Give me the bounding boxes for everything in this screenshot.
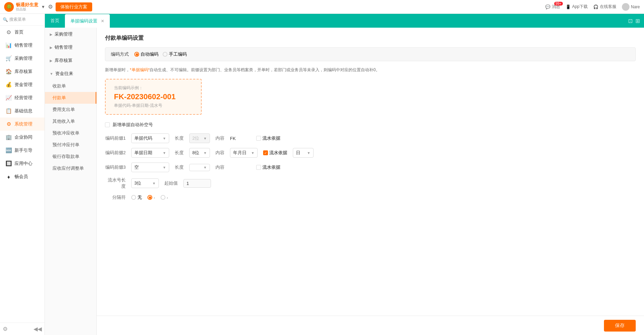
serial-select[interactable]: 3位 ▼: [131, 178, 159, 188]
sidebar-item-guide[interactable]: 🆕 新手引导: [0, 144, 45, 157]
tab-maximize-icon[interactable]: ⊞: [635, 18, 640, 24]
base-icon: 📋: [6, 108, 12, 114]
prefix2-label: 编码前缀2: [105, 150, 126, 156]
liushui2-checkbox[interactable]: ✓ 流水依据: [263, 150, 287, 156]
auto-encode-circle: [134, 52, 139, 57]
liushui2-select[interactable]: 日 ▼: [293, 148, 314, 158]
content1-value: FK: [230, 136, 251, 141]
length2-value: 8位: [192, 150, 199, 156]
length3-arrow: ▼: [203, 166, 207, 169]
sub-header-sales[interactable]: ▶ 销售管理: [45, 41, 96, 54]
tab-bar-right: ⊡ ⊞: [628, 18, 644, 24]
sidebar-item-member[interactable]: ♦ 畅会员: [0, 170, 45, 183]
sidebar-item-enterprise[interactable]: 🏢 企业协同: [0, 131, 45, 144]
separator-row: 分隔符 无 · ·: [105, 194, 636, 201]
liushui2-tick: ✓: [263, 150, 268, 155]
length2-select[interactable]: 8位 ▼: [189, 148, 210, 158]
sidebar-item-inventory[interactable]: 🏠 库存核算: [0, 65, 45, 78]
user-name: Nare: [631, 4, 640, 9]
sub-item-bank-deposit[interactable]: 银行存取款单: [45, 151, 96, 162]
sub-header-inventory[interactable]: ▶ 库存核算: [45, 54, 96, 67]
liushui3-tick: [256, 165, 261, 170]
sep-none-radio[interactable]: 无: [131, 194, 142, 201]
gear-icon[interactable]: ⚙: [48, 3, 53, 10]
sidebar-item-finance[interactable]: 💰 资金管理: [0, 78, 45, 91]
user-item[interactable]: Nare: [622, 3, 640, 11]
tab-home-label: 首页: [50, 18, 59, 24]
sidebar-item-system-label: 系统管理: [15, 121, 32, 127]
settings-icon[interactable]: ⚙: [3, 326, 8, 332]
sidebar-item-purchase[interactable]: 🛒 采购管理: [0, 52, 45, 65]
tab-minimize-icon[interactable]: ⊡: [628, 18, 633, 24]
sub-item-payment[interactable]: 付款单: [45, 92, 96, 104]
topbar-left: 🍀 畅通好生意 括品版 ▼ ⚙ 体验行业方案: [4, 2, 92, 12]
brand-icon: 🍀: [4, 2, 14, 12]
sub-header-finance[interactable]: ▼ 资金往来: [45, 67, 96, 80]
sep-dash-circle: [161, 195, 165, 200]
preview-label: 当前编码示例：: [114, 85, 193, 91]
sub-item-other-income[interactable]: 其他收入单: [45, 115, 96, 127]
save-button[interactable]: 保存: [604, 320, 636, 332]
service-label: 在线客服: [600, 4, 616, 10]
app-download-item[interactable]: 📱 App下载: [566, 4, 588, 10]
sub-sidebar: ▶ 采购管理 ▶ 销售管理 ▶ 库存核算: [45, 28, 97, 335]
message-item[interactable]: 💬 消息 99+: [545, 4, 560, 10]
tab-close-icon[interactable]: ✕: [101, 19, 104, 24]
manual-encode-circle: [163, 52, 167, 57]
length1-select[interactable]: 2位 ▼: [189, 133, 210, 143]
auto-complete-row: 新增单据自动补空号: [105, 122, 636, 128]
sidebar-search[interactable]: 🔍 搜索菜单: [0, 14, 45, 26]
sidebar-item-enterprise-label: 企业协同: [15, 134, 32, 140]
liushui1-tick: [256, 136, 261, 141]
auto-complete-checkbox[interactable]: [105, 122, 110, 127]
liushui3-checkbox[interactable]: 流水依据: [256, 164, 280, 170]
sub-group-sales: ▶ 销售管理: [45, 41, 96, 54]
sub-header-purchase-label: 采购管理: [55, 31, 73, 37]
sep-none-label: 无: [137, 194, 142, 201]
sub-header-purchase[interactable]: ▶ 采购管理: [45, 28, 96, 41]
sep-dot-radio[interactable]: ·: [147, 195, 155, 200]
service-item[interactable]: 🎧 在线客服: [593, 4, 616, 10]
sub-item-pre-collect[interactable]: 预收冲应收单: [45, 127, 96, 139]
prefix1-select[interactable]: 单据代码 ▼: [131, 133, 169, 143]
sidebar-item-operation[interactable]: 📈 经营管理: [0, 91, 45, 104]
sub-item-expense[interactable]: 费用支出单: [45, 104, 96, 115]
tab-home[interactable]: 首页: [45, 14, 65, 28]
length3-label: 长度: [175, 164, 184, 170]
prefix3-select[interactable]: 空 ▼: [131, 162, 169, 172]
home-icon: ⊙: [6, 29, 12, 35]
field-row-3: 编码前缀3 空 ▼ 长度 ▼ 内容: [105, 162, 636, 172]
prefix2-select[interactable]: 单据日期 ▼: [131, 148, 169, 158]
tab-encode-setting[interactable]: 单据编码设置 ✕: [65, 14, 110, 28]
sidebar-item-system[interactable]: ⚙ 系统管理: [0, 118, 45, 131]
dropdown-arrow: ▼: [41, 4, 45, 9]
auto-encode-radio[interactable]: 自动编码: [134, 51, 158, 57]
page-title: 付款单编码设置: [105, 35, 636, 42]
content2-arrow: ▼: [251, 151, 254, 155]
sub-item-receipt[interactable]: 收款单: [45, 80, 96, 92]
sidebar-item-member-label: 畅会员: [15, 174, 28, 180]
length1-arrow: ▼: [203, 137, 207, 140]
preview-box: 当前编码示例： FK-20230602-001 单据代码-单据日期-流水号: [105, 79, 202, 115]
topbar-dropdown[interactable]: ▼: [41, 4, 45, 9]
length3-select[interactable]: ▼: [189, 164, 210, 171]
sidebar-item-app-center[interactable]: 🔲 应用中心: [0, 157, 45, 170]
manual-encode-radio[interactable]: 手工编码: [163, 51, 187, 57]
manual-encode-label: 手工编码: [169, 51, 187, 57]
sub-item-pre-pay[interactable]: 预付冲应付单: [45, 139, 96, 151]
sub-group-finance: ▼ 资金往来 收款单 付款单 费用支出单 其他收入单 预收冲应收单 预付冲应付单…: [45, 67, 96, 174]
trial-button[interactable]: 体验行业方案: [56, 2, 92, 11]
sub-item-adjust[interactable]: 应收应付调整单: [45, 162, 96, 174]
sidebar-item-base[interactable]: 📋 基础信息: [0, 104, 45, 118]
collapse-icon[interactable]: ◀◀: [33, 326, 42, 332]
prefix1-value: 单据代码: [134, 135, 152, 141]
sidebar-item-sales[interactable]: 📊 销售管理: [0, 39, 45, 52]
liushui1-checkbox[interactable]: 流水依据: [256, 135, 280, 141]
sub-header-sales-label: 销售管理: [55, 44, 73, 50]
start-value-input[interactable]: [183, 179, 211, 188]
sep-dash-radio[interactable]: ·: [161, 195, 168, 200]
content2-select[interactable]: 年月日 ▼: [230, 148, 258, 158]
tab-bar: 首页 单据编码设置 ✕ ⊡ ⊞: [45, 14, 644, 28]
liushui2-select-value: 日: [296, 150, 300, 156]
sidebar-item-home[interactable]: ⊙ 首页: [0, 26, 45, 39]
